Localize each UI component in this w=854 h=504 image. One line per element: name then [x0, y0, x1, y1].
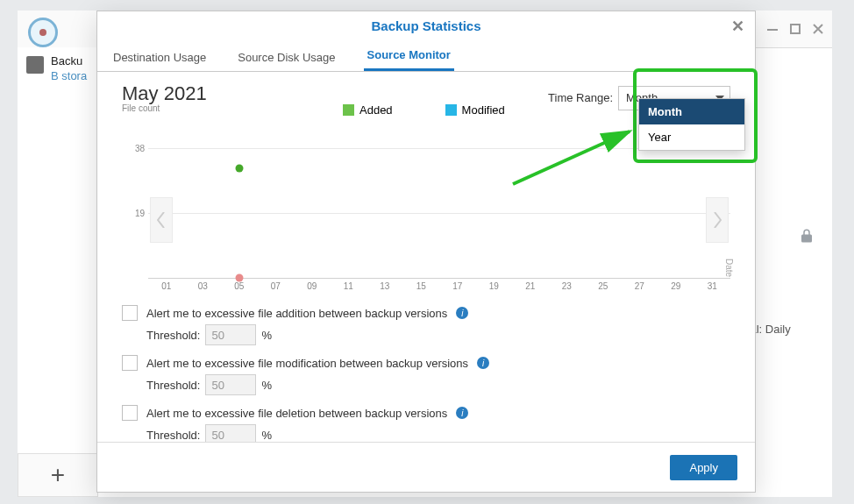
chart-xtick: 31	[708, 281, 717, 291]
time-range-label: Time Range:	[548, 91, 613, 104]
threshold-unit: %	[261, 329, 272, 342]
threshold-unit: %	[261, 379, 272, 392]
chart-xtick: 13	[380, 281, 389, 291]
window-maximize[interactable]	[790, 24, 801, 34]
chart-plot-area	[148, 148, 730, 278]
tab-source-disk-usage[interactable]: Source Disk Usage	[234, 44, 338, 71]
dropdown-option-year[interactable]: Year	[639, 124, 744, 150]
alert-label: Alert me to excessive file modification …	[146, 357, 468, 370]
chart-xtick: 03	[198, 281, 208, 291]
svg-rect-1	[791, 25, 800, 33]
dialog-title: Backup Statistics	[371, 18, 480, 33]
chart-xtick: 25	[598, 281, 608, 291]
threshold-label: Threshold:	[146, 379, 200, 392]
chart-xtick: 21	[525, 281, 535, 291]
chart-xtick: 09	[307, 281, 317, 291]
alert-checkbox[interactable]	[122, 305, 138, 321]
legend-swatch-added	[343, 104, 354, 116]
threshold-label: Threshold:	[146, 329, 200, 342]
info-icon[interactable]: i	[456, 307, 468, 319]
chart-prev-button[interactable]	[150, 197, 173, 243]
chart-xtick: 17	[452, 281, 462, 291]
sidebar-item-title: Backu	[51, 54, 87, 69]
background-right-panel: val: Daily	[744, 228, 832, 336]
add-button[interactable]: +	[18, 453, 98, 497]
chart-xtick: 19	[489, 281, 499, 291]
folder-icon	[26, 56, 44, 74]
chart-xtick: 29	[671, 281, 680, 291]
chart-ytick: 19	[135, 209, 145, 218]
alert-row: Alert me to excessive file deletion betw…	[122, 401, 730, 423]
threshold-input[interactable]	[205, 374, 256, 395]
time-range-dropdown-panel: Month Year	[638, 98, 745, 151]
alert-threshold-row: Threshold:%	[122, 423, 730, 442]
chart-xtick: 01	[161, 281, 171, 291]
threshold-input[interactable]	[205, 324, 256, 345]
chart-xtick: 23	[562, 281, 572, 291]
chart-xtick: 07	[271, 281, 281, 291]
tab-destination-usage[interactable]: Destination Usage	[110, 44, 210, 71]
alert-row: Alert me to excessive file modification …	[122, 351, 730, 373]
threshold-label: Threshold:	[146, 429, 200, 442]
alert-threshold-row: Threshold:%	[122, 373, 730, 401]
chart-xticks: 01030507091113151719212325272931	[148, 281, 730, 294]
background-schedule-text: val: Daily	[744, 323, 832, 336]
threshold-input[interactable]	[205, 424, 256, 442]
lock-icon[interactable]	[744, 228, 832, 244]
alert-threshold-row: Threshold:%	[122, 323, 730, 351]
chart-xtick: 15	[416, 281, 426, 291]
svg-rect-0	[767, 29, 778, 31]
chart-point-added	[235, 165, 243, 173]
alert-label: Alert me to excessive file addition betw…	[146, 307, 447, 320]
apply-button[interactable]: Apply	[670, 455, 737, 480]
alert-checkbox[interactable]	[122, 405, 138, 421]
chart-legend: Added Modified	[343, 103, 505, 117]
threshold-unit: %	[261, 429, 272, 442]
tab-source-monitor[interactable]: Source Monitor	[364, 41, 454, 71]
sidebar-item-subtitle: B stora	[51, 69, 87, 84]
chart-title: May 2021	[122, 82, 207, 105]
info-icon[interactable]: i	[477, 357, 489, 369]
app-icon	[28, 18, 58, 47]
alert-row: Alert me to excessive file addition betw…	[122, 301, 730, 323]
alert-label: Alert me to excessive file deletion betw…	[146, 407, 447, 420]
chart-xaxis-label: Date	[724, 259, 734, 277]
chart-xtick: 05	[234, 281, 244, 291]
backup-statistics-dialog: Backup Statistics ✕ Destination Usage So…	[96, 11, 756, 493]
chart-ytick: 38	[135, 144, 145, 153]
chart-area: 01030507091113151719212325272931 Date 19…	[122, 145, 730, 294]
legend-swatch-modified	[445, 104, 457, 116]
dialog-title-bar: Backup Statistics ✕	[97, 11, 755, 41]
tab-bar: Destination Usage Source Disk Usage Sour…	[97, 41, 755, 72]
info-icon[interactable]: i	[456, 407, 468, 419]
alerts-section: Alert me to excessive file addition betw…	[122, 301, 730, 442]
chart-xtick: 27	[635, 281, 644, 291]
chart-next-button[interactable]	[706, 197, 729, 243]
dialog-footer: Apply	[97, 442, 755, 492]
close-icon[interactable]: ✕	[729, 11, 746, 41]
window-close[interactable]	[813, 24, 823, 34]
alert-checkbox[interactable]	[122, 355, 138, 371]
chart-xtick: 11	[344, 281, 353, 291]
legend-item-modified: Modified	[445, 103, 505, 117]
window-minimize[interactable]	[767, 24, 778, 34]
legend-item-added: Added	[343, 103, 393, 117]
dropdown-option-month[interactable]: Month	[639, 99, 744, 124]
